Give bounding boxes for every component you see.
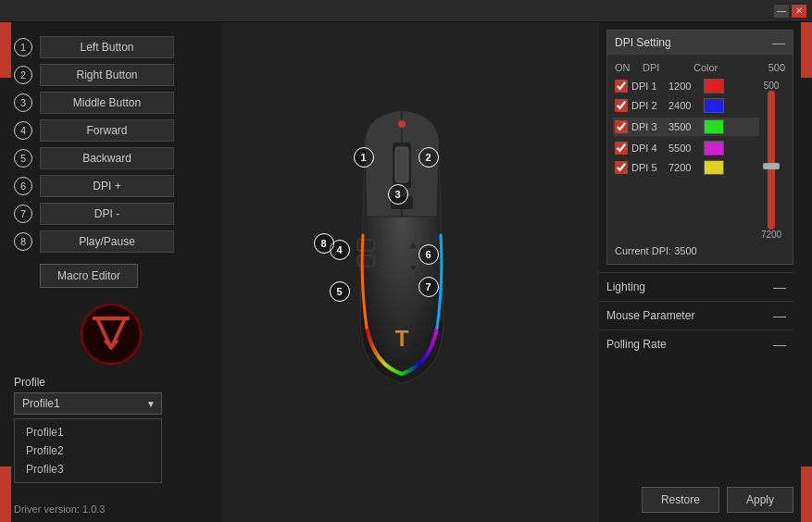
- mouse-container: T 1 2 3 4 5 6 7 8: [309, 96, 513, 448]
- svg-point-0: [81, 304, 141, 364]
- mouse-indicator-1: 1: [354, 147, 374, 168]
- restore-button[interactable]: Restore: [642, 487, 719, 513]
- button-num: 7: [14, 205, 32, 223]
- slider-min-label: 7200: [761, 230, 781, 240]
- profile-label: Profile: [14, 376, 208, 389]
- collapsible-sections: Lighting — Mouse Parameter — Polling Rat…: [599, 272, 812, 358]
- button-item: 4 Forward: [14, 119, 208, 142]
- button-label[interactable]: DPI +: [40, 175, 174, 197]
- dpi-content: ON DPI Color 500 DPI 1 1200 DPI 2 2400 D…: [607, 55, 793, 264]
- button-label[interactable]: DPI -: [40, 203, 174, 225]
- profile-list: Profile1Profile2Profile3: [14, 418, 162, 483]
- dpi-checkbox[interactable]: [615, 99, 628, 112]
- dpi-checkbox[interactable]: [615, 161, 628, 174]
- corner-decoration-bl: [0, 466, 11, 522]
- button-num: 8: [14, 232, 32, 251]
- profile-select[interactable]: Profile1 Profile2 Profile3: [15, 393, 161, 414]
- collapsible-label: Lighting: [606, 280, 645, 293]
- dpi-row-value: 3500: [668, 121, 704, 132]
- collapsible-icon: —: [773, 308, 786, 323]
- button-list: 1 Left Button 2 Right Button 3 Middle Bu…: [14, 36, 208, 253]
- button-label[interactable]: Play/Pause: [40, 230, 174, 253]
- dpi-row: DPI 2 2400: [615, 98, 757, 113]
- button-num: 1: [14, 38, 32, 56]
- profile-list-item[interactable]: Profile2: [15, 441, 161, 460]
- profile-list-item[interactable]: Profile1: [15, 423, 161, 441]
- current-dpi: Current DPI: 3500: [615, 245, 785, 256]
- dpi-col-val: 500: [731, 62, 785, 73]
- dpi-row-name: DPI 1: [631, 81, 668, 92]
- profile-select-wrapper[interactable]: Profile1 Profile2 Profile3 ▼: [14, 392, 162, 415]
- mouse-indicator-6: 6: [418, 244, 439, 265]
- dpi-color-swatch[interactable]: [704, 98, 724, 113]
- corner-decoration-tl: [0, 22, 11, 78]
- profile-section: Profile Profile1 Profile2 Profile3 ▼ Pro…: [14, 376, 208, 483]
- collapsible-icon: —: [773, 337, 786, 352]
- dpi-color-swatch[interactable]: [704, 79, 724, 93]
- svg-rect-2: [395, 147, 408, 182]
- corner-decoration-br: [801, 466, 812, 522]
- right-panel: DPI Setting — ON DPI Color 500 DPI 1 120…: [599, 22, 812, 522]
- bottom-buttons: Restore Apply: [642, 487, 793, 513]
- button-label[interactable]: Left Button: [40, 36, 174, 58]
- dpi-color-swatch[interactable]: [704, 141, 724, 155]
- collapsible-section[interactable]: Mouse Parameter —: [599, 301, 793, 329]
- button-label[interactable]: Middle Button: [40, 92, 174, 114]
- dpi-checkbox[interactable]: [615, 142, 628, 155]
- button-item: 1 Left Button: [14, 36, 208, 58]
- dpi-panel-minimize-button[interactable]: —: [772, 35, 785, 50]
- close-button[interactable]: ✕: [792, 5, 806, 18]
- button-num: 4: [14, 121, 32, 140]
- mouse-indicator-2: 2: [418, 147, 439, 168]
- button-num: 5: [14, 149, 32, 168]
- dpi-slider-thumb[interactable]: [763, 163, 780, 169]
- collapsible-section[interactable]: Polling Rate —: [599, 329, 793, 358]
- collapsible-label: Polling Rate: [606, 338, 667, 351]
- dpi-row-name: DPI 2: [631, 100, 668, 111]
- button-item: 5 Backward: [14, 147, 208, 169]
- dpi-row: DPI 1 1200: [615, 79, 757, 93]
- corner-decoration-tr: [801, 22, 812, 78]
- svg-text:T: T: [394, 326, 408, 351]
- dpi-checkbox[interactable]: [615, 120, 628, 133]
- button-num: 2: [14, 66, 32, 84]
- button-item: 7 DPI -: [14, 203, 208, 225]
- button-num: 3: [14, 93, 32, 112]
- button-item: 8 Play/Pause: [14, 230, 208, 253]
- slider-max-label: 500: [764, 81, 780, 91]
- minimize-button[interactable]: —: [774, 5, 789, 18]
- dpi-row-value: 2400: [668, 100, 704, 111]
- title-bar: — ✕: [0, 0, 812, 22]
- mouse-indicator-3: 3: [388, 184, 408, 205]
- button-item: 2 Right Button: [14, 64, 208, 86]
- dpi-col-dpi: DPI: [643, 62, 693, 73]
- collapsible-section[interactable]: Lighting —: [599, 272, 793, 301]
- dpi-row-name: DPI 4: [631, 143, 668, 154]
- button-item: 6 DPI +: [14, 175, 208, 197]
- dpi-header-row: ON DPI Color 500: [615, 62, 785, 73]
- macro-editor-button[interactable]: Macro Editor: [40, 264, 138, 288]
- button-item: 3 Middle Button: [14, 92, 208, 114]
- mouse-indicator-7: 7: [418, 277, 439, 297]
- dpi-col-on: ON: [615, 62, 643, 73]
- dpi-panel: DPI Setting — ON DPI Color 500 DPI 1 120…: [606, 30, 793, 265]
- button-label[interactable]: Right Button: [40, 64, 174, 86]
- dpi-checkbox[interactable]: [615, 80, 628, 93]
- dpi-row-name: DPI 3: [631, 121, 668, 132]
- apply-button[interactable]: Apply: [727, 487, 793, 513]
- dpi-rows-slider-container: DPI 1 1200 DPI 2 2400 DPI 3 3500 DPI 4 5…: [615, 79, 785, 242]
- svg-point-9: [398, 120, 406, 128]
- dpi-color-swatch[interactable]: [704, 119, 724, 134]
- dpi-row-name: DPI 5: [631, 162, 668, 173]
- dpi-row: DPI 5 7200: [615, 160, 757, 175]
- dpi-slider-area: 500 7200: [757, 79, 785, 242]
- dpi-rows-container: DPI 1 1200 DPI 2 2400 DPI 3 3500 DPI 4 5…: [615, 79, 757, 242]
- dpi-slider-track[interactable]: [768, 91, 775, 230]
- dpi-row-value: 7200: [668, 162, 704, 173]
- profile-list-item[interactable]: Profile3: [15, 460, 161, 478]
- button-label[interactable]: Forward: [40, 119, 174, 142]
- dpi-color-swatch[interactable]: [704, 160, 724, 175]
- center-panel: T 1 2 3 4 5 6 7 8: [222, 22, 599, 522]
- collapsible-icon: —: [773, 280, 786, 294]
- button-label[interactable]: Backward: [40, 147, 174, 169]
